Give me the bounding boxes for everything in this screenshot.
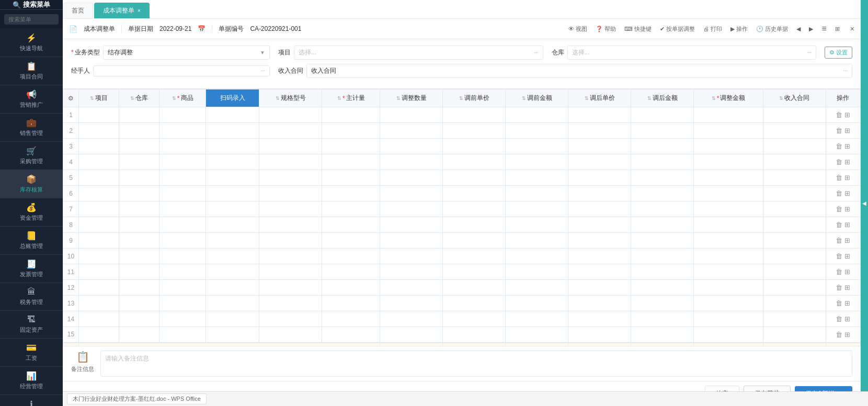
tab-home[interactable]: 首页	[63, 3, 93, 18]
cell-spec[interactable]	[259, 327, 322, 343]
row-copy-icon[interactable]: ⊞	[844, 284, 850, 291]
cell-scan[interactable]	[206, 139, 259, 154]
cell-adj-amount[interactable]	[694, 311, 763, 327]
cell-after-amount[interactable]	[631, 107, 694, 123]
cell-after-price[interactable]	[568, 217, 631, 233]
cell-scan[interactable]	[206, 107, 259, 123]
row-delete-icon[interactable]: 🗑	[836, 331, 842, 339]
cell-adj-qty[interactable]	[380, 154, 443, 170]
cell-before-amount[interactable]	[506, 186, 568, 201]
cell-before-price[interactable]	[443, 139, 506, 154]
cell-unit[interactable]	[322, 107, 380, 123]
cell-before-price[interactable]	[443, 217, 506, 233]
cell-spec[interactable]	[259, 154, 322, 170]
cell-before-price[interactable]	[443, 107, 506, 123]
income-contract-input[interactable]: 收入合同 ···	[306, 64, 852, 78]
handler-ellipsis[interactable]: ···	[261, 68, 265, 74]
row-copy-icon[interactable]: ⊞	[844, 205, 850, 213]
cell-adj-amount[interactable]	[694, 249, 763, 264]
cell-warehouse[interactable]	[119, 186, 159, 201]
cell-before-amount[interactable]	[506, 280, 568, 296]
project-ellipsis[interactable]: ···	[534, 50, 538, 55]
cell-product[interactable]	[159, 233, 206, 249]
cell-warehouse[interactable]	[119, 311, 159, 327]
cell-after-price[interactable]	[568, 327, 631, 343]
cell-unit[interactable]	[322, 311, 380, 327]
cell-after-amount[interactable]	[631, 123, 694, 139]
cell-unit[interactable]	[322, 233, 380, 249]
cell-after-price[interactable]	[568, 107, 631, 123]
cell-after-price[interactable]	[568, 280, 631, 296]
cell-income-contract[interactable]	[763, 296, 826, 311]
cell-product[interactable]	[159, 327, 206, 343]
cell-adj-amount[interactable]	[694, 217, 763, 233]
cell-before-price[interactable]	[443, 264, 506, 280]
cell-before-price[interactable]	[443, 233, 506, 249]
cell-adj-amount[interactable]	[694, 201, 763, 217]
cell-product[interactable]	[159, 280, 206, 296]
cell-project[interactable]	[79, 186, 119, 201]
cell-product[interactable]	[159, 217, 206, 233]
cell-income-contract[interactable]	[763, 201, 826, 217]
cell-adj-qty[interactable]	[380, 249, 443, 264]
cell-project[interactable]	[79, 327, 119, 343]
col-settings-icon[interactable]: ⚙	[68, 95, 74, 102]
col-settings[interactable]: ⚙	[63, 89, 79, 107]
cell-after-price[interactable]	[568, 311, 631, 327]
cell-after-price[interactable]	[568, 233, 631, 249]
cell-before-amount[interactable]	[506, 123, 568, 139]
cell-project[interactable]	[79, 233, 119, 249]
nav-prev-button[interactable]: ◀	[794, 25, 803, 33]
sidebar-item-basic-info[interactable]: ℹ 基础信息	[0, 395, 63, 406]
cell-after-amount[interactable]	[631, 170, 694, 186]
cell-before-price[interactable]	[443, 170, 506, 186]
history-button[interactable]: 🕐 历史单据	[754, 24, 790, 34]
cell-project[interactable]	[79, 280, 119, 296]
tab-close-button[interactable]: ×	[138, 8, 141, 14]
cell-warehouse[interactable]	[119, 201, 159, 217]
cell-income-contract[interactable]	[763, 280, 826, 296]
cell-adj-qty[interactable]	[380, 201, 443, 217]
cell-income-contract[interactable]	[763, 139, 826, 154]
cell-scan[interactable]	[206, 201, 259, 217]
cell-before-price[interactable]	[443, 154, 506, 170]
cell-adj-amount[interactable]	[694, 233, 763, 249]
print-button[interactable]: 🖨 打印	[701, 24, 724, 34]
cell-scan[interactable]	[206, 327, 259, 343]
cell-unit[interactable]	[322, 249, 380, 264]
cell-income-contract[interactable]	[763, 249, 826, 264]
cell-after-amount[interactable]	[631, 217, 694, 233]
cell-before-price[interactable]	[443, 201, 506, 217]
cell-after-amount[interactable]	[631, 311, 694, 327]
cell-adj-amount[interactable]	[694, 186, 763, 201]
cell-before-amount[interactable]	[506, 107, 568, 123]
cell-before-amount[interactable]	[506, 170, 568, 186]
cell-before-price[interactable]	[443, 186, 506, 201]
cell-product[interactable]	[159, 201, 206, 217]
cell-unit[interactable]	[322, 280, 380, 296]
cell-after-amount[interactable]	[631, 139, 694, 154]
cell-after-price[interactable]	[568, 249, 631, 264]
cell-scan[interactable]	[206, 296, 259, 311]
row-copy-icon[interactable]: ⊞	[844, 189, 850, 197]
row-delete-icon[interactable]: 🗑	[836, 268, 842, 276]
sort-after-amount-icon[interactable]: ⇅	[647, 96, 652, 101]
cell-warehouse[interactable]	[119, 249, 159, 264]
cell-project[interactable]	[79, 107, 119, 123]
cell-adj-qty[interactable]	[380, 264, 443, 280]
cell-adj-qty[interactable]	[380, 186, 443, 201]
cell-after-amount[interactable]	[631, 154, 694, 170]
cell-project[interactable]	[79, 154, 119, 170]
cell-warehouse[interactable]	[119, 327, 159, 343]
income-contract-ellipsis[interactable]: ···	[843, 68, 848, 74]
cell-adj-qty[interactable]	[380, 139, 443, 154]
row-copy-icon[interactable]: ⊞	[844, 236, 850, 244]
row-delete-icon[interactable]: 🗑	[836, 174, 842, 182]
cell-spec[interactable]	[259, 170, 322, 186]
row-copy-icon[interactable]: ⊞	[844, 142, 850, 150]
cell-scan[interactable]	[206, 280, 259, 296]
cell-product[interactable]	[159, 154, 206, 170]
cell-before-amount[interactable]	[506, 154, 568, 170]
cell-income-contract[interactable]	[763, 311, 826, 327]
sidebar-item-tax-mgmt[interactable]: 🏛 税务管理	[0, 283, 63, 311]
